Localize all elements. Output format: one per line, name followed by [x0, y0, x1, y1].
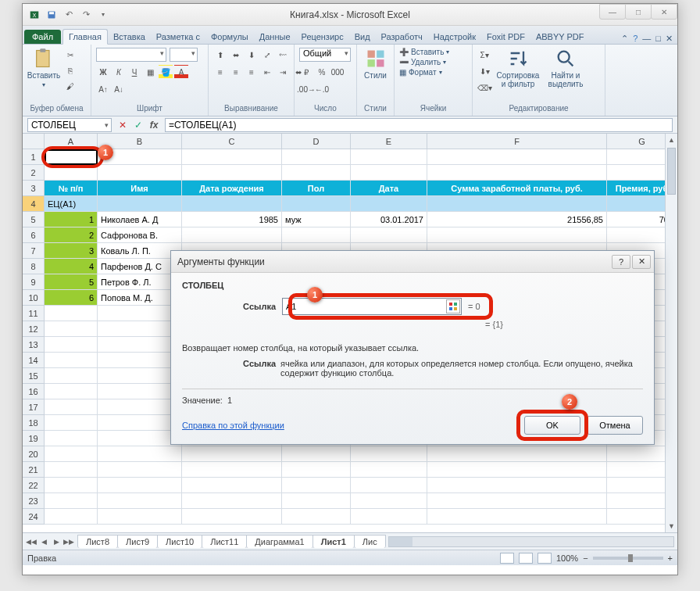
doc-close-icon[interactable]: ✕	[666, 34, 673, 44]
row-header[interactable]: 7	[23, 243, 45, 259]
delete-cells-button[interactable]: ➖Удалить▾	[399, 58, 446, 66]
row-header[interactable]: 22	[23, 478, 45, 493]
cell[interactable]	[45, 165, 98, 181]
copy-icon[interactable]: ⎘	[63, 63, 77, 77]
zoom-in-icon[interactable]: +	[668, 553, 673, 563]
cell[interactable]: ЕЦ(A1)	[45, 196, 98, 212]
cell[interactable]: № п/п	[45, 181, 98, 196]
autosum-icon[interactable]: Σ▾	[477, 48, 491, 62]
range-selector-icon[interactable]	[446, 299, 460, 313]
name-box[interactable]: СТОЛБЕЦ	[27, 118, 112, 132]
cell[interactable]	[98, 478, 182, 493]
cell[interactable]	[427, 493, 607, 509]
align-right-icon[interactable]: ≡	[245, 65, 259, 79]
cell[interactable]: 1	[45, 212, 98, 227]
cell[interactable]	[45, 368, 98, 384]
increase-font-icon[interactable]: A↑	[96, 82, 110, 96]
row-header[interactable]: 21	[23, 462, 45, 478]
sheet-tab-active[interactable]: Лист1	[312, 535, 355, 548]
cell[interactable]	[182, 478, 282, 493]
cell[interactable]	[98, 353, 182, 368]
ok-button[interactable]: OK	[524, 416, 580, 435]
col-header[interactable]: C	[182, 134, 282, 149]
align-middle-icon[interactable]: ⬌	[229, 48, 243, 62]
help-icon[interactable]: ?	[633, 34, 638, 44]
percent-icon[interactable]: %	[315, 65, 329, 79]
cell[interactable]: Сумма заработной платы, руб.	[427, 181, 607, 196]
font-size-combo[interactable]	[170, 48, 198, 62]
doc-restore-icon[interactable]: □	[655, 34, 661, 44]
cell[interactable]	[282, 509, 351, 525]
indent-inc-icon[interactable]: ⇥	[276, 65, 290, 79]
number-format-combo[interactable]: Общий	[299, 48, 351, 62]
minimize-button[interactable]: —	[599, 4, 626, 20]
sheet-tab[interactable]: Лист11	[202, 535, 247, 548]
cell[interactable]	[45, 478, 98, 493]
row-header[interactable]: 12	[23, 321, 45, 337]
cell[interactable]	[98, 337, 182, 353]
cell[interactable]	[45, 462, 98, 478]
close-button[interactable]: ✕	[651, 4, 677, 20]
cell[interactable]	[98, 321, 182, 337]
cell[interactable]	[98, 399, 182, 415]
cell[interactable]	[182, 196, 282, 212]
cell[interactable]	[351, 462, 427, 478]
sheet-last-icon[interactable]: ▶▶	[63, 538, 74, 546]
cell[interactable]	[45, 431, 98, 446]
row-header[interactable]: 2	[23, 165, 45, 181]
redo-icon[interactable]: ↷	[79, 8, 93, 22]
row-header[interactable]: 20	[23, 446, 45, 462]
cell[interactable]	[98, 415, 182, 431]
sheet-tab[interactable]: Лист8	[77, 535, 118, 548]
indent-dec-icon[interactable]: ⇤	[260, 65, 274, 79]
clear-icon[interactable]: ⌫▾	[477, 81, 491, 95]
cell[interactable]: Дата рождения	[182, 181, 282, 196]
col-header[interactable]: E	[351, 134, 427, 149]
qat-dropdown-icon[interactable]: ▾	[96, 8, 110, 22]
cell[interactable]	[282, 149, 351, 165]
cell[interactable]: 2	[45, 227, 98, 243]
cell[interactable]	[427, 196, 607, 212]
col-header[interactable]: A	[45, 134, 98, 149]
tab-foxit[interactable]: Foxit PDF	[481, 30, 530, 44]
cell[interactable]	[351, 493, 427, 509]
cell[interactable]	[182, 462, 282, 478]
tab-formulas[interactable]: Формулы	[205, 30, 254, 44]
tab-addins[interactable]: Надстройк	[428, 30, 481, 44]
cell[interactable]	[98, 368, 182, 384]
view-normal-icon[interactable]	[500, 553, 514, 564]
row-header[interactable]: 3	[23, 181, 45, 196]
styles-button[interactable]: Стили	[362, 48, 389, 80]
cell[interactable]	[45, 509, 98, 525]
cell[interactable]: Коваль Л. П.	[98, 243, 182, 259]
font-name-combo[interactable]	[96, 48, 166, 62]
cell[interactable]	[282, 462, 351, 478]
border-icon[interactable]: ▦	[143, 65, 157, 79]
align-left-icon[interactable]: ≡	[213, 65, 227, 79]
tab-view[interactable]: Вид	[349, 30, 376, 44]
fill-icon[interactable]: ⬇▾	[477, 64, 491, 78]
cell[interactable]	[282, 446, 351, 462]
cancel-formula-icon[interactable]: ✕	[116, 120, 129, 131]
row-header[interactable]: 16	[23, 384, 45, 399]
undo-icon[interactable]: ↶	[62, 8, 76, 22]
cell[interactable]	[98, 306, 182, 321]
tab-layout[interactable]: Разметка с	[151, 30, 205, 44]
cell[interactable]	[45, 399, 98, 415]
cell[interactable]	[282, 196, 351, 212]
function-help-link[interactable]: Справка по этой функции	[182, 421, 284, 430]
sheet-tab[interactable]: Лист10	[157, 535, 202, 548]
sheet-tab[interactable]: Лист9	[117, 535, 158, 548]
view-layout-icon[interactable]	[519, 553, 533, 564]
save-icon[interactable]	[45, 8, 59, 22]
align-top-icon[interactable]: ⬆	[213, 48, 227, 62]
cell[interactable]: Парфенов Д. С	[98, 259, 182, 274]
orientation-icon[interactable]: ⤢	[260, 48, 274, 62]
cell[interactable]	[427, 165, 607, 181]
row-header[interactable]: 9	[23, 274, 45, 290]
cell[interactable]	[351, 446, 427, 462]
dialog-titlebar[interactable]: Аргументы функции ? ✕	[171, 251, 654, 273]
cell[interactable]	[427, 509, 607, 525]
scroll-up-icon[interactable]: ▲	[666, 134, 677, 146]
sheet-first-icon[interactable]: ◀◀	[26, 538, 37, 546]
